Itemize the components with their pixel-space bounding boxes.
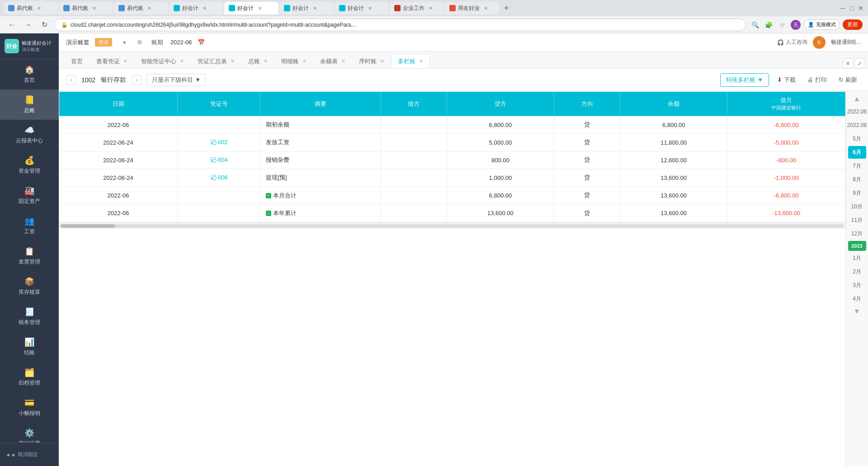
print-button[interactable]: 🖨 打印 (804, 74, 830, 86)
month-2022-06-top[interactable]: 2022.06 (848, 105, 866, 118)
month-7[interactable]: 7月 (848, 160, 866, 172)
account-type-dropdown[interactable]: ▼ (118, 38, 132, 47)
tab-close-3[interactable]: ✕ (147, 5, 151, 11)
month-8[interactable]: 8月 (848, 173, 866, 186)
sidebar-item-home[interactable]: 🏠 首页 (0, 59, 59, 89)
tab-close-smart[interactable]: ✕ (180, 58, 184, 64)
minimize-button[interactable]: ─ (839, 5, 846, 12)
calendar-icon[interactable]: 📅 (198, 39, 205, 46)
unpin-button[interactable]: ◄◄ 取消固定 (4, 447, 55, 461)
tab-list-close-button[interactable]: ✕ (843, 58, 853, 68)
tab-home[interactable]: 首页 (64, 54, 90, 68)
tab-voucher-summary[interactable]: 凭证汇总表 ✕ (191, 54, 241, 68)
browser-tab-5[interactable]: 好会计 ✕ (224, 2, 278, 14)
special-ledger-button[interactable]: 特殊多栏账 ▼ (720, 73, 769, 87)
tab-close-2[interactable]: ✕ (92, 5, 96, 11)
tab-general-ledger[interactable]: 总账 ✕ (241, 54, 274, 68)
sidebar-item-inventory[interactable]: 📦 库存核算 (0, 271, 59, 301)
tab-close-general[interactable]: ✕ (264, 58, 268, 64)
refresh-nav-button[interactable]: ↻ (38, 19, 51, 31)
profile-icon[interactable]: 无 (790, 19, 801, 30)
settings-gear-icon[interactable]: ⚙ (137, 39, 142, 46)
prev-account-button[interactable]: ‹ (66, 75, 76, 85)
consult-button[interactable]: 🎧 人工咨询 (777, 38, 807, 46)
month-11[interactable]: 11月 (848, 214, 866, 226)
sidebar-item-ledger[interactable]: 📒 总账 (0, 89, 59, 120)
month-nav-up[interactable]: ▲ (852, 93, 863, 105)
sidebar-item-fixed-assets[interactable]: 🏭 固定资产 (0, 180, 59, 211)
browser-tab-6[interactable]: 好会计 ✕ (279, 2, 334, 14)
tab-balance[interactable]: 余额表 ✕ (313, 54, 352, 68)
tab-multi-ledger[interactable]: 多栏账 ✕ (391, 54, 430, 68)
tab-close-detail[interactable]: ✕ (302, 58, 307, 64)
tab-close-balance[interactable]: ✕ (341, 58, 345, 64)
sidebar-item-settings[interactable]: ⚙️ 基础设置 (0, 423, 59, 442)
download-button[interactable]: ⬇ 下载 (774, 74, 799, 86)
voucher-link[interactable]: 记-006 (210, 174, 228, 181)
month-2023-1[interactable]: 1月 (848, 252, 866, 264)
tab-expand-button[interactable]: ⤢ (854, 58, 864, 68)
month-2022-06-2[interactable]: 2022.06 (848, 119, 866, 132)
voucher-link[interactable]: 记-002 (210, 139, 228, 146)
update-button[interactable]: 更新 (843, 19, 863, 30)
month-5[interactable]: 5月 (848, 132, 866, 145)
sidebar-item-tax[interactable]: 🧾 税务管理 (0, 301, 59, 332)
month-9[interactable]: 9月 (848, 187, 866, 199)
sidebar-item-fund[interactable]: 💰 资金管理 (0, 150, 59, 180)
browser-tab-8[interactable]: 企业工作 ✕ (390, 2, 444, 14)
browser-tab-3[interactable]: 易代账 ✕ (114, 2, 168, 14)
month-2023-3[interactable]: 3月 (848, 279, 866, 292)
tab-close-7[interactable]: ✕ (368, 5, 372, 11)
extension-icon[interactable]: 🧩 (763, 19, 774, 30)
horizontal-scrollbar[interactable] (59, 222, 845, 229)
tab-close-5[interactable]: ✕ (258, 5, 262, 11)
sidebar-item-archive[interactable]: 🗂️ 归档管理 (0, 362, 59, 392)
back-button[interactable]: ← (5, 19, 18, 31)
sidebar-item-closing[interactable]: 📊 结账 (0, 332, 59, 362)
refresh-button[interactable]: ↻ 刷新 (835, 74, 861, 86)
tab-smart-voucher[interactable]: 智能凭证中心 ✕ (134, 54, 191, 68)
tab-close-journal[interactable]: ✕ (380, 58, 384, 64)
user-avatar[interactable]: B (813, 36, 826, 49)
month-2023-2[interactable]: 2月 (848, 265, 866, 278)
tab-close-summary[interactable]: ✕ (231, 58, 235, 64)
sidebar-item-salary[interactable]: 👥 工资 (0, 211, 59, 241)
next-account-button[interactable]: › (132, 75, 142, 85)
month-nav-down[interactable]: ▼ (852, 306, 863, 317)
cell-extra: -13,600.00 (727, 204, 845, 222)
search-icon[interactable]: 🔍 (750, 19, 760, 30)
bookmark-icon[interactable]: ☆ (777, 19, 788, 30)
browser-tab-9[interactable]: 用友好业 ✕ (445, 2, 499, 14)
month-6[interactable]: 6月 (848, 146, 866, 159)
forward-button[interactable]: → (22, 19, 34, 31)
tab-close-4[interactable]: ✕ (203, 5, 207, 11)
browser-tab-4[interactable]: 好会计 ✕ (169, 2, 223, 14)
browser-tab-2[interactable]: 易代账 ✕ (59, 2, 113, 14)
sidebar-item-cloud-report[interactable]: ☁️ 云报表中心 (0, 120, 59, 150)
voucher-link[interactable]: 记-004 (210, 156, 228, 163)
tab-close-voucher[interactable]: ✕ (123, 58, 127, 64)
tab-close-9[interactable]: ✕ (484, 5, 488, 11)
filter-dropdown[interactable]: 只显示下级科目 ▼ (147, 74, 206, 86)
browser-tab-1[interactable]: 易代账 ✕ (4, 2, 58, 14)
browser-tab-7[interactable]: 好会计 ✕ (335, 2, 389, 14)
tab-journal[interactable]: 序时账 ✕ (352, 54, 391, 68)
tab-close-1[interactable]: ✕ (37, 5, 41, 11)
new-tab-button[interactable]: + (500, 2, 513, 14)
tab-close-multi[interactable]: ✕ (419, 58, 423, 64)
sidebar-item-expense[interactable]: 💳 小畅报销 (0, 392, 59, 423)
scroll-thumb[interactable] (61, 224, 115, 228)
stealth-mode-button[interactable]: 👤 无痕模式 (804, 19, 840, 30)
sidebar-item-invoice[interactable]: 📋 发票管理 (0, 241, 59, 271)
cell-summary: 期初余额 (260, 116, 381, 134)
close-window-button[interactable]: ✕ (857, 5, 864, 12)
month-10[interactable]: 10月 (848, 200, 866, 213)
tab-detail-ledger[interactable]: 明细账 ✕ (274, 54, 313, 68)
tab-close-8[interactable]: ✕ (429, 5, 433, 11)
month-12[interactable]: 12月 (848, 227, 866, 240)
month-2023-4[interactable]: 4月 (848, 292, 866, 305)
maximize-button[interactable]: □ (848, 5, 855, 12)
url-bar[interactable]: 🔒 cloud2.chanjet.com/accounting/uh26t264… (54, 19, 746, 31)
tab-voucher[interactable]: 查看凭证 ✕ (90, 54, 134, 68)
tab-close-6[interactable]: ✕ (313, 5, 317, 11)
